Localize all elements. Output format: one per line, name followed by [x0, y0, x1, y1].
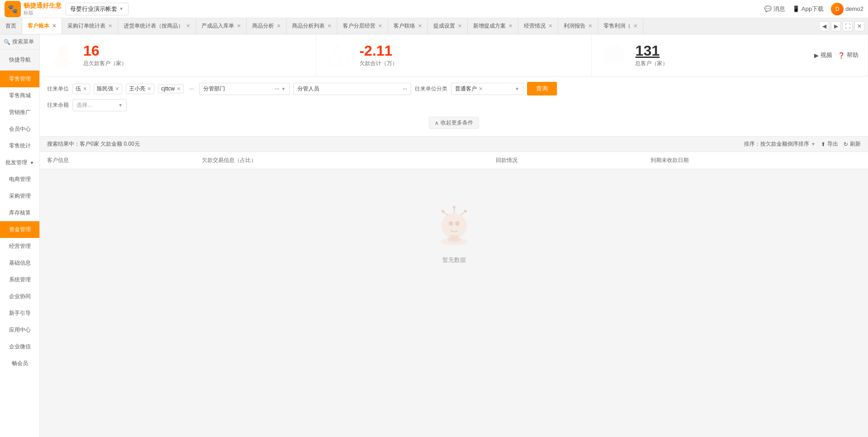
tab-business-situation[interactable]: 经营情况 ✕: [518, 18, 558, 34]
table-header-row: 客户信息 欠款交易信息（占比） 回款情况 到期未收款日期: [40, 152, 868, 169]
th-overdue-date: 到期未收款日期: [643, 152, 868, 169]
tab-production-inbound-close-icon[interactable]: ✕: [237, 23, 241, 29]
sidebar-quick-nav: 快捷导航: [0, 50, 39, 71]
sidebar-item-app-center[interactable]: 应用中心: [0, 322, 39, 338]
export-label: 导出: [827, 140, 838, 148]
sidebar-item-business-mgmt[interactable]: 经营管理: [0, 238, 39, 255]
user-profile[interactable]: D demo2: [831, 3, 863, 15]
tab-new-achievement[interactable]: 新增提成方案 ✕: [468, 18, 518, 34]
export-button[interactable]: ⬆ 导出: [821, 140, 838, 148]
sidebar-item-quick-nav[interactable]: 快捷导航: [0, 52, 39, 67]
sidebar-item-enterprise-wechat[interactable]: 企业微信: [0, 338, 39, 355]
store-selector[interactable]: 母婴行业演示帐套 ▼: [65, 3, 129, 15]
sidebar-vip-member-label: 畅会员: [12, 360, 28, 367]
tab-purchase-order-close-icon[interactable]: ✕: [108, 23, 112, 29]
collapse-button[interactable]: ∧ 收起更多条件: [429, 117, 479, 129]
filter-balance-select[interactable]: 选择... ▼: [72, 99, 127, 111]
tab-promotion-settings[interactable]: 提成设置 ✕: [428, 18, 468, 34]
tab-customer-tier[interactable]: 客户分层经营 ✕: [337, 18, 388, 34]
sidebar-item-retail-mgmt[interactable]: 零售管理: [0, 71, 39, 87]
filter-dept-expand-icon: ···: [275, 86, 279, 92]
sort-select[interactable]: 排序：按欠款金额倒序排序 ▼: [744, 140, 815, 148]
sidebar-item-base-info[interactable]: 基础信息: [0, 255, 39, 271]
app-download-button[interactable]: 📱 App下载: [792, 5, 824, 13]
sidebar-item-new-guide[interactable]: 新手引导: [0, 305, 39, 322]
tab-profit-report[interactable]: 利润报告 ✕: [558, 18, 598, 34]
tab-business-situation-close-icon[interactable]: ✕: [548, 23, 552, 29]
quick-nav-label: 快捷导航: [9, 57, 31, 63]
tab-customer-accounts-close-icon[interactable]: ✕: [52, 23, 56, 29]
tab-customer-contact-close-icon[interactable]: ✕: [418, 23, 422, 29]
message-button[interactable]: 💬 消息: [764, 5, 785, 13]
sidebar-item-retail-mall[interactable]: 零售商城: [0, 87, 39, 104]
sidebar-item-marketing[interactable]: 营销推广: [0, 104, 39, 121]
filter-unit-label: 往来单位: [47, 85, 69, 93]
video-help-button[interactable]: ▶ 视频: [814, 51, 832, 59]
filter-person-select[interactable]: 分管人员 ···: [293, 83, 411, 95]
tab-product-analysis-close-icon[interactable]: ✕: [277, 23, 281, 29]
filter-balance-label: 往来余额: [47, 101, 69, 109]
store-name: 母婴行业演示帐套: [70, 5, 117, 13]
debt-customers-icon: [49, 42, 76, 69]
help-button[interactable]: ❓ 帮助: [838, 51, 858, 59]
tab-promotion-settings-close-icon[interactable]: ✕: [458, 23, 462, 29]
tab-production-inbound[interactable]: 产成品入库单 ✕: [196, 18, 247, 34]
svg-point-18: [464, 210, 467, 213]
store-chevron-icon: ▼: [119, 6, 124, 11]
sidebar-item-system-mgmt[interactable]: 系统管理: [0, 271, 39, 288]
filter-tag-chen-close-icon[interactable]: ✕: [115, 86, 119, 92]
tab-customer-tier-close-icon[interactable]: ✕: [378, 23, 382, 29]
tab-close-all-button[interactable]: ✕: [854, 21, 864, 31]
filter-tag-wang-close-icon[interactable]: ✕: [147, 86, 151, 92]
tab-promotion-settings-label: 提成设置: [433, 22, 455, 30]
tab-new-achievement-close-icon[interactable]: ✕: [508, 23, 513, 29]
tab-next-button[interactable]: ▶: [831, 21, 841, 31]
tab-purchase-order[interactable]: 采购订单统计表 ✕: [62, 18, 118, 34]
tab-product-analysis-list-close-icon[interactable]: ✕: [327, 23, 331, 29]
logo-icon: 🐾: [5, 1, 21, 17]
filter-tag-cjttcw[interactable]: cjttcw ✕: [158, 84, 184, 93]
sidebar-item-inventory[interactable]: 库存核算: [0, 204, 39, 221]
sidebar-item-vip-member[interactable]: 畅会员: [0, 355, 39, 372]
logo-name: 畅捷通好生意: [24, 1, 62, 10]
tab-maximize-button[interactable]: ⛶: [843, 21, 853, 31]
tab-prev-button[interactable]: ◀: [819, 21, 829, 31]
tab-retail-profit[interactable]: 零售利润（ ✕: [598, 18, 643, 34]
refresh-icon: ↻: [844, 141, 848, 147]
filter-tag-normal-customer-close-icon[interactable]: ✕: [479, 86, 483, 92]
tab-retail-profit-close-icon[interactable]: ✕: [633, 23, 638, 29]
filter-unit-class-select[interactable]: 普通客户 ✕ ▼: [451, 83, 523, 95]
filter-tag-wu[interactable]: 伍 ✕: [72, 84, 90, 94]
sidebar-item-member-center[interactable]: 会员中心: [0, 121, 39, 138]
filter-more-button[interactable]: ···: [187, 85, 196, 93]
sidebar-item-retail-stats[interactable]: 零售统计: [0, 138, 39, 154]
filter-tag-chen[interactable]: 陈民强 ✕: [94, 84, 122, 94]
tab-customer-contact[interactable]: 客户联络 ✕: [388, 18, 428, 34]
sidebar-item-enterprise-collab[interactable]: 企业协同: [0, 288, 39, 305]
tab-product-analysis[interactable]: 商品分析 ✕: [247, 18, 287, 34]
tab-product-analysis-list[interactable]: 商品分析列表 ✕: [287, 18, 337, 34]
svg-point-13: [449, 221, 453, 226]
filter-tag-normal-customer[interactable]: 普通客户 ✕: [455, 85, 483, 93]
sidebar-item-finance[interactable]: 资金管理: [0, 221, 39, 238]
tab-customer-accounts[interactable]: 客户账本 ✕: [22, 18, 62, 34]
refresh-button[interactable]: ↻ 刷新: [844, 140, 861, 148]
stat-block-debt-customers: 16 总欠款客户（家）: [40, 34, 316, 76]
sidebar-item-purchase-mgmt[interactable]: 采购管理: [0, 188, 39, 204]
filter-unit-class-chevron-icon: ▼: [515, 86, 519, 91]
filter-dept-select[interactable]: 分管部门 ··· ▼: [199, 83, 290, 95]
filter-tag-wu-close-icon[interactable]: ✕: [83, 86, 87, 92]
tab-home[interactable]: 首页: [0, 18, 22, 34]
tab-profit-report-close-icon[interactable]: ✕: [588, 23, 592, 29]
query-button[interactable]: 查询: [527, 82, 557, 95]
collapse-up-icon: ∧: [435, 120, 439, 126]
sidebar-item-wholesale-mgmt[interactable]: 批发管理 ▼: [0, 154, 39, 171]
filter-tag-wang[interactable]: 王小亮 ✕: [126, 84, 154, 94]
tab-inbound-stats[interactable]: 进货单统计表（按商品） ✕: [118, 18, 196, 34]
filter-tag-cjttcw-close-icon[interactable]: ✕: [177, 86, 181, 92]
main-layout: 🔍 搜索菜单 快捷导航 零售管理 零售商城 营销推广 会员中心 零售统计 批发管…: [0, 34, 868, 437]
logo-area: 🐾 畅捷通好生意 标版: [5, 1, 62, 17]
tab-inbound-stats-close-icon[interactable]: ✕: [186, 23, 190, 29]
sidebar-search[interactable]: 🔍 搜索菜单: [0, 34, 39, 50]
sidebar-item-ecommerce[interactable]: 电商管理: [0, 171, 39, 188]
